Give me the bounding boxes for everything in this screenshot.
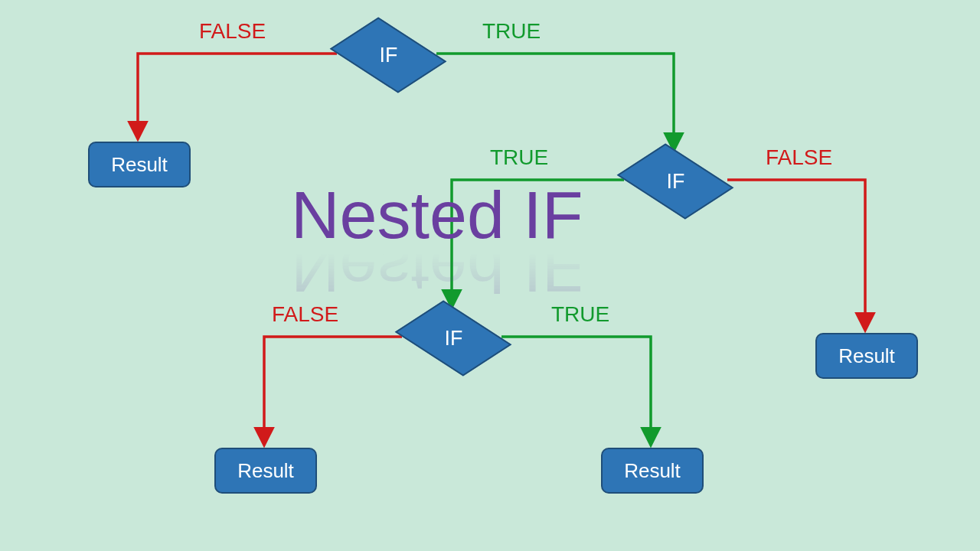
diagram-title-reflection: Nested IF [291, 230, 583, 308]
edge-label-if2-true: TRUE [490, 145, 548, 170]
decision-if-1: IF [330, 17, 447, 93]
result-box-1: Result [88, 142, 191, 187]
result-box-2: Result [815, 333, 918, 379]
decision-if-3-label: IF [444, 327, 462, 350]
edge-label-if1-false: FALSE [199, 19, 266, 44]
edge-label-if1-true: TRUE [482, 19, 541, 44]
result-box-3: Result [214, 448, 317, 494]
decision-if-2: IF [617, 143, 734, 219]
diagram-title: Nested IF Nested IF [291, 176, 583, 308]
result-box-4: Result [601, 448, 704, 494]
edge-label-if2-false: FALSE [766, 145, 832, 170]
decision-if-1-label: IF [379, 44, 397, 67]
decision-if-3: IF [395, 300, 512, 376]
decision-if-2-label: IF [666, 170, 684, 194]
